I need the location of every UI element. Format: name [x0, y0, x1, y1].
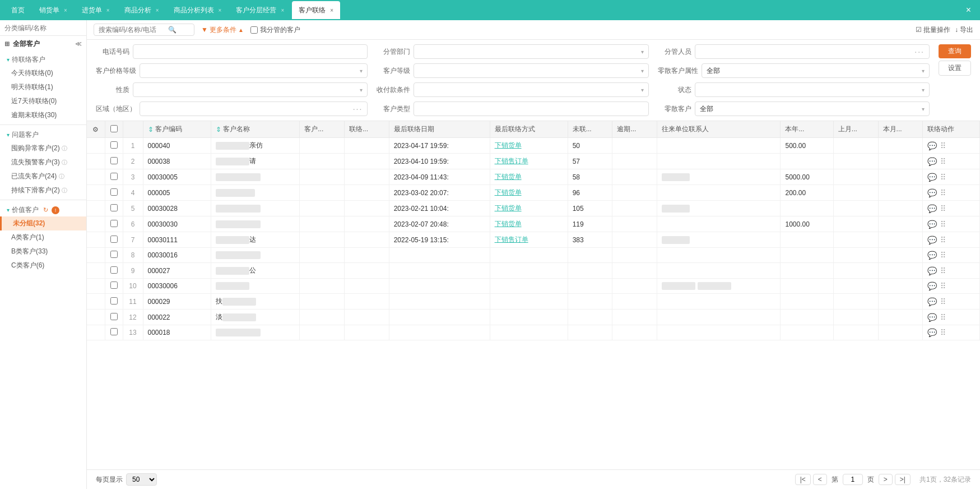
payment-select[interactable]: ▾ [414, 82, 648, 97]
export-button[interactable]: ↓ 导出 [955, 25, 973, 35]
more-action-icon[interactable]: ⠿ [940, 220, 946, 229]
chat-icon[interactable]: 💬 [927, 141, 937, 150]
collapse-icon[interactable]: ≪ [75, 40, 82, 48]
more-action-icon[interactable]: ⠿ [940, 204, 946, 213]
chat-icon[interactable]: 💬 [927, 313, 937, 322]
person-input[interactable]: ··· [695, 44, 930, 59]
th-last-date[interactable]: 最后联络日期 [389, 121, 490, 138]
contact-way-link[interactable]: 下销货单 [495, 141, 522, 149]
th-last-month[interactable]: 上月... [833, 121, 878, 138]
row-checkbox[interactable] [110, 297, 118, 305]
th-last-way[interactable]: 最后联络方式 [490, 121, 568, 138]
chat-icon[interactable]: 💬 [927, 251, 937, 260]
th-overdue[interactable]: 逾期... [612, 121, 657, 138]
customer-type-input[interactable] [414, 102, 648, 116]
next-page-button[interactable]: > [879, 474, 893, 485]
sidebar-item-overdue[interactable]: 逾期未联络(30) [0, 108, 86, 122]
main-search-input[interactable] [99, 26, 166, 34]
sidebar-item-warning[interactable]: 流失预警客户(3) ⓘ [0, 155, 86, 169]
more-action-icon[interactable]: ⠿ [940, 266, 946, 275]
row-checkbox[interactable] [110, 266, 118, 274]
batch-op-button[interactable]: ☑ 批量操作 [916, 25, 950, 35]
tab-goods-analysis-close[interactable]: × [156, 7, 159, 13]
more-action-icon[interactable]: ⠿ [940, 282, 946, 290]
row-checkbox[interactable] [110, 328, 118, 335]
more-action-icon[interactable]: ⠿ [940, 173, 946, 182]
row-checkbox[interactable] [110, 251, 118, 258]
more-action-icon[interactable]: ⠿ [940, 251, 946, 260]
contact-way-link[interactable]: 下销货单 [495, 173, 522, 181]
row-checkbox[interactable] [110, 173, 118, 180]
th-this-year[interactable]: 本年... [781, 121, 833, 138]
contact-way-link[interactable]: 下销售订单 [495, 157, 528, 165]
chat-icon[interactable]: 💬 [927, 297, 937, 306]
sidebar-item-7days[interactable]: 近7天待联络(0) [0, 94, 86, 108]
sidebar-item-declining[interactable]: 持续下滑客户(2) ⓘ [0, 183, 86, 197]
sidebar-search-input[interactable] [4, 24, 87, 32]
th-check[interactable] [105, 121, 123, 138]
status-select[interactable]: ▾ [695, 82, 930, 97]
scatter-attr-select[interactable]: 全部 ▾ [702, 63, 930, 78]
row-checkbox[interactable] [110, 204, 118, 211]
query-button[interactable]: 查询 [939, 44, 971, 58]
th-settings[interactable]: ⚙ [87, 121, 105, 138]
chat-icon[interactable]: 💬 [927, 266, 937, 275]
sidebar-section-problem[interactable]: ▾ 问题客户 [0, 127, 86, 141]
tab-home[interactable]: 首页 [4, 1, 31, 19]
tab-goods-analysis-list-close[interactable]: × [219, 7, 222, 13]
chat-icon[interactable]: 💬 [927, 173, 937, 182]
th-contact[interactable]: 联络... [344, 121, 389, 138]
row-checkbox[interactable] [110, 313, 118, 320]
chat-icon[interactable]: 💬 [927, 282, 937, 290]
nature-select[interactable]: ▾ [133, 82, 368, 97]
check-all-checkbox[interactable] [110, 125, 118, 132]
sidebar-item-ungroup[interactable]: 未分组(32) [0, 216, 86, 230]
contact-way-link[interactable]: 下销货单 [495, 220, 522, 228]
page-size-select[interactable]: 20 50 100 [126, 473, 157, 486]
more-action-icon[interactable]: ⠿ [940, 297, 946, 306]
tab-customer-contact[interactable]: 客户联络 × [292, 1, 340, 19]
last-page-button[interactable]: >| [895, 474, 911, 485]
contact-way-link[interactable]: 下销售订单 [495, 236, 528, 243]
scatter-customer-select[interactable]: 全部 ▾ [695, 102, 930, 116]
tab-goods-analysis-list[interactable]: 商品分析列表 × [167, 1, 229, 19]
more-conditions-btn[interactable]: ▼ 更多条件 ▲ [201, 25, 244, 35]
my-customers-checkbox[interactable] [250, 26, 258, 34]
sidebar-item-class-b[interactable]: B类客户(33) [0, 245, 86, 259]
main-search-icon[interactable]: 🔍 [168, 26, 177, 34]
contact-way-link[interactable]: 下销货单 [495, 188, 522, 196]
tab-purchase-close[interactable]: × [106, 7, 110, 13]
region-input[interactable]: ··· [140, 102, 368, 116]
sidebar-item-class-a[interactable]: A类客户(1) [0, 230, 86, 245]
row-checkbox[interactable] [110, 188, 118, 196]
contact-way-link[interactable]: 下销货单 [495, 204, 522, 212]
sidebar-section-pending[interactable]: ▾ 待联络客户 [0, 52, 86, 66]
sidebar-all-customers[interactable]: ⊞ 全部客户 ≪ [0, 36, 86, 52]
chat-icon[interactable]: 💬 [927, 188, 937, 197]
dept-select[interactable]: ▾ [414, 44, 648, 59]
tab-customer-layer-close[interactable]: × [281, 7, 284, 13]
page-input[interactable] [843, 474, 863, 485]
more-action-icon[interactable]: ⠿ [940, 157, 946, 166]
more-action-icon[interactable]: ⠿ [940, 141, 946, 150]
customer-level-select[interactable]: ▾ [414, 63, 648, 78]
sidebar-item-abnormal[interactable]: 囤购异常客户(2) ⓘ [0, 141, 86, 155]
tab-customer-contact-close[interactable]: × [330, 7, 333, 13]
more-action-icon[interactable]: ⠿ [940, 313, 946, 322]
sidebar-item-today[interactable]: 今天待联络(0) [0, 66, 86, 80]
sidebar-item-class-c[interactable]: C类客户(6) [0, 259, 86, 273]
tab-sales[interactable]: 销货单 × [32, 1, 74, 19]
th-code[interactable]: ⇕ 客户编码 [143, 121, 211, 138]
th-action[interactable]: 联络动作 [923, 121, 980, 138]
more-action-icon[interactable]: ⠿ [940, 188, 946, 197]
th-name[interactable]: ⇕ 客户名称 [211, 121, 300, 138]
row-checkbox[interactable] [110, 157, 118, 164]
th-contact-person[interactable]: 往来单位联系人 [657, 121, 781, 138]
more-action-icon[interactable]: ⠿ [940, 328, 946, 337]
first-page-button[interactable]: |< [795, 474, 811, 485]
settings-icon[interactable]: ⚙ [92, 126, 99, 133]
tab-customer-layer[interactable]: 客户分层经营 × [229, 1, 291, 19]
row-checkbox[interactable] [110, 220, 118, 227]
th-type[interactable]: 客户... [300, 121, 345, 138]
tab-purchase[interactable]: 进货单 × [75, 1, 117, 19]
